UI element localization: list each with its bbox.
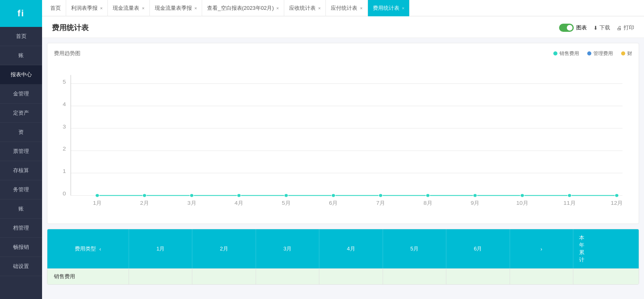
sidebar-item-service[interactable]: 务管理 [0, 180, 42, 199]
cell-m1 [129, 269, 192, 284]
svg-point-16 [237, 194, 241, 197]
svg-point-19 [379, 194, 382, 197]
sidebar-item-inventory[interactable]: 存核算 [0, 161, 42, 180]
chart-toggle[interactable] [559, 24, 574, 32]
tab-close-receivable[interactable]: × [318, 6, 321, 11]
svg-text:3: 3 [63, 124, 66, 129]
tab-close-payable[interactable]: × [360, 6, 362, 11]
svg-text:11月: 11月 [564, 200, 575, 206]
sidebar-item-fixed-assets[interactable]: 定资产 [0, 104, 42, 123]
col-m2: 2月 [192, 229, 256, 268]
table-row: 销售费用 [47, 268, 639, 284]
legend-label-sales: 销售费用 [559, 50, 579, 57]
svg-text:4月: 4月 [234, 200, 243, 206]
svg-text:5月: 5月 [282, 200, 291, 206]
svg-text:2: 2 [63, 146, 66, 152]
svg-point-23 [568, 194, 571, 197]
col-m5: 5月 [383, 229, 446, 268]
sidebar-item-report-center[interactable]: 报表中心 [0, 65, 42, 84]
sidebar: fi 首页 账 报表中心 金管理 定资产 资 票管理 存核算 务管理 账 档管理… [0, 0, 42, 299]
chart-toggle-label: 图表 [576, 24, 587, 31]
legend-sales: 销售费用 [553, 50, 579, 57]
col-nav[interactable]: › [510, 229, 573, 268]
print-icon: 🖨 [617, 25, 622, 31]
svg-text:9月: 9月 [471, 200, 480, 206]
tab-cashflow[interactable]: 现金流量表 × [108, 0, 149, 16]
cell-m6 [446, 269, 510, 284]
tab-bar: 首页 利润表季报 × 现金流量表 × 现金流量表季报 × 查看_空白报表(202… [42, 0, 644, 16]
tab-expense[interactable]: 费用统计表 × [368, 0, 410, 16]
svg-point-24 [615, 194, 619, 197]
tab-profit-quarter[interactable]: 利润表季报 × [66, 0, 108, 16]
tab-close-profit-quarter[interactable]: × [100, 6, 103, 11]
sidebar-item-account[interactable]: 账 [0, 46, 42, 65]
header-actions: 图表 ⬇ 下载 🖨 打印 [559, 24, 634, 32]
tab-close-expense[interactable]: × [402, 6, 404, 11]
print-button[interactable]: 🖨 打印 [617, 24, 634, 31]
cell-m5 [383, 269, 446, 284]
svg-text:4: 4 [63, 101, 66, 107]
chart-svg: 0 1 2 3 4 5 [54, 62, 632, 217]
legend-label-admin: 管理费用 [593, 50, 613, 57]
svg-point-22 [520, 194, 524, 197]
sidebar-item-investment[interactable]: 资 [0, 123, 42, 142]
col-m4: 4月 [319, 229, 383, 268]
chart-legend: 销售费用 管理费用 财 [553, 50, 632, 57]
svg-point-18 [332, 194, 335, 197]
chart-area: 0 1 2 3 4 5 [54, 62, 632, 217]
svg-point-20 [426, 194, 430, 197]
cell-ytd [573, 269, 590, 284]
tab-cashflow-quarter[interactable]: 现金流量表季报 × [150, 0, 202, 16]
sidebar-logo: fi [0, 0, 42, 27]
col-m3: 3月 [256, 229, 319, 268]
svg-text:10月: 10月 [516, 200, 528, 206]
sidebar-item-invoice[interactable]: 票管理 [0, 142, 42, 161]
sidebar-item-file-mgmt[interactable]: 档管理 [0, 219, 42, 238]
cell-nav [510, 269, 573, 284]
svg-text:3月: 3月 [187, 200, 196, 206]
legend-admin: 管理费用 [587, 50, 613, 57]
tab-close-view-blank[interactable]: × [276, 6, 279, 11]
svg-text:2月: 2月 [140, 200, 149, 206]
chart-toggle-wrap: 图表 [559, 24, 587, 32]
tab-home[interactable]: 首页 [45, 0, 66, 16]
content-area: 费用统计表 图表 ⬇ 下载 🖨 打印 费用趋势图 [42, 16, 644, 299]
main-area: 首页 利润表季报 × 现金流量表 × 现金流量表季报 × 查看_空白报表(202… [42, 0, 644, 299]
col-type: 费用类型 ‹ [47, 229, 129, 268]
tab-receivable[interactable]: 应收统计表 × [284, 0, 326, 16]
chart-section: 费用趋势图 销售费用 管理费用 财 [47, 43, 639, 224]
legend-dot-admin [587, 51, 591, 55]
legend-dot-sales [553, 51, 557, 55]
svg-text:6月: 6月 [329, 200, 338, 206]
page-header: 费用统计表 图表 ⬇ 下载 🖨 打印 [42, 16, 644, 38]
sidebar-item-basic-settings[interactable]: 础设置 [0, 257, 42, 276]
sidebar-item-home[interactable]: 首页 [0, 27, 42, 46]
svg-point-17 [284, 194, 288, 197]
sidebar-item-sales-return[interactable]: 畅报销 [0, 238, 42, 257]
nav-prev-arrow[interactable]: ‹ [99, 246, 101, 252]
tab-payable[interactable]: 应付统计表 × [326, 0, 368, 16]
chart-title: 费用趋势图 [54, 50, 80, 57]
cell-type: 销售费用 [47, 269, 129, 284]
cell-m3 [256, 269, 319, 284]
tab-view-blank[interactable]: 查看_空白报表(2023年02月) × [202, 0, 284, 16]
svg-text:12月: 12月 [611, 200, 623, 206]
sidebar-item-ledger[interactable]: 账 [0, 199, 42, 219]
svg-text:1月: 1月 [93, 200, 102, 206]
tab-close-cashflow-quarter[interactable]: × [194, 6, 197, 11]
download-icon: ⬇ [593, 25, 598, 31]
svg-point-21 [473, 194, 477, 197]
sidebar-item-fund[interactable]: 金管理 [0, 84, 42, 104]
legend-finance: 财 [621, 50, 632, 57]
cell-m4 [319, 269, 383, 284]
download-button[interactable]: ⬇ 下载 [593, 24, 610, 31]
col-ytd: 本年累计 [573, 229, 590, 268]
page-title: 费用统计表 [52, 23, 89, 33]
cell-m2 [192, 269, 256, 284]
tab-close-cashflow[interactable]: × [142, 6, 144, 11]
table-header: 费用类型 ‹ 1月 2月 3月 4月 5月 6月 › 本年累计 [47, 229, 639, 268]
svg-text:5: 5 [63, 79, 66, 84]
svg-point-15 [190, 194, 194, 197]
col-m1: 1月 [129, 229, 192, 268]
svg-text:7月: 7月 [376, 200, 385, 206]
